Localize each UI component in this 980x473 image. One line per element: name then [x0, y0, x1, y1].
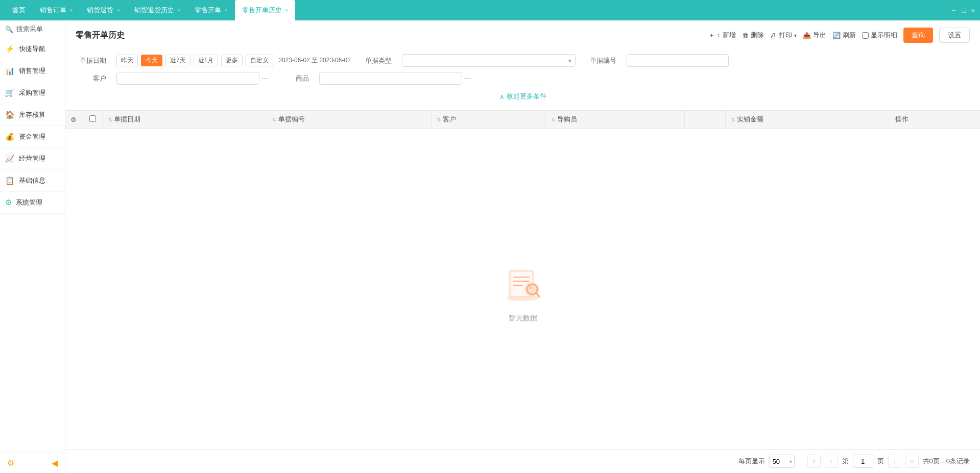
sidebar-search[interactable]: 🔍 搜索采单 — [0, 20, 65, 38]
sort-guide[interactable]: ⇅ 导购员 — [551, 115, 680, 124]
filter-row-2: 客户 ··· 商品 ··· — [76, 72, 970, 85]
date-range-display: 2023-06-02 至 2023-06-02 — [278, 56, 350, 65]
bill-type-wrapper — [402, 54, 576, 67]
page-title: 零售开单历史 — [76, 30, 125, 41]
page-size-select[interactable]: 50 10 20 100 — [769, 455, 795, 468]
prev-page-btn[interactable]: ‹ — [825, 455, 838, 468]
customer-input[interactable] — [116, 72, 259, 85]
sidebar-gear-icon[interactable]: ⚙ — [7, 458, 14, 468]
table-col-amount: ⇅ 实销金额 — [726, 111, 890, 129]
sort-icon-customer: ⇅ — [437, 117, 441, 122]
display-detail-checkbox[interactable]: 显示明细 — [862, 31, 897, 40]
content-area: 零售开单历史 ＋ + 新增 🗑 删除 🖨 打印 ▾ — [65, 20, 980, 473]
customer-filter-label: 客户 — [76, 74, 106, 83]
sidebar-item-finance[interactable]: 💰 资金管理 — [0, 126, 65, 148]
last-page-btn[interactable]: » — [905, 455, 919, 468]
table-col-spacer — [685, 111, 726, 129]
delete-icon: 🗑 — [742, 32, 749, 39]
inventory-icon: 🏠 — [5, 110, 15, 119]
page-size-label: 每页显示 — [738, 457, 765, 466]
setting-button[interactable]: 设置 — [939, 28, 970, 43]
close-tab-retail-history[interactable]: × — [285, 7, 288, 13]
toolbar: ＋ + 新增 🗑 删除 🖨 打印 ▾ 📤 导出 — [708, 28, 970, 43]
close-tab-retail-open[interactable]: × — [224, 7, 227, 13]
export-icon: 📤 — [803, 32, 811, 39]
query-button[interactable]: 查询 — [903, 28, 933, 43]
sidebar-item-sales-mgmt[interactable]: 📊 销售管理 — [0, 60, 65, 82]
table-col-guide: ⇅ 导购员 — [545, 111, 685, 129]
goods-input[interactable] — [319, 72, 462, 85]
tab-retail-open[interactable]: 零售开单 × — [187, 0, 234, 20]
page-number-input[interactable] — [853, 455, 873, 468]
bill-no-input[interactable] — [627, 54, 729, 67]
table-col-settings: ⚙ — [65, 111, 84, 129]
sidebar-item-operations[interactable]: 📈 经营管理 — [0, 148, 65, 170]
pagination: 每页显示 50 10 20 100 « ‹ 第 页 › » 共0页，0条记录 — [65, 449, 980, 473]
close-tab-sales-return[interactable]: × — [116, 7, 119, 13]
bill-no-label: 单据编号 — [586, 56, 616, 65]
bill-type-select[interactable] — [402, 54, 576, 67]
customer-more-icon[interactable]: ··· — [261, 74, 268, 83]
close-tab-sales-return-history[interactable]: × — [177, 7, 180, 13]
window-max[interactable]: □ — [962, 7, 966, 14]
operations-icon: 📈 — [5, 154, 15, 163]
date-filter-label: 单据日期 — [76, 56, 106, 65]
window-close[interactable]: × — [971, 7, 975, 14]
sort-amount[interactable]: ⇅ 实销金额 — [731, 115, 885, 124]
filter-row-1: 单据日期 昨天 今天 近7天 近1月 更多 自定义 2023-06-02 至 2… — [76, 54, 970, 67]
tab-sales-return-history[interactable]: 销货退货历史 × — [127, 0, 187, 20]
sort-icon-no: ⇅ — [272, 117, 276, 122]
date-btn-more[interactable]: 更多 — [221, 55, 243, 66]
window-min[interactable]: － — [950, 6, 957, 15]
export-button[interactable]: 📤 导出 — [803, 31, 826, 40]
main-layout: 🔍 搜索采单 ⚡ 快捷导航 📊 销售管理 🛒 采购管理 🏠 库存核算 💰 资金管… — [0, 20, 980, 473]
sort-date[interactable]: ⇅ 单据日期 — [108, 115, 261, 124]
pagination-divider — [801, 457, 801, 465]
tab-retail-history[interactable]: 零售开单历史 × — [235, 0, 295, 20]
first-page-btn[interactable]: « — [807, 455, 821, 468]
date-filter-options: 昨天 今天 近7天 近1月 更多 自定义 2023-06-02 至 2023-0… — [116, 55, 351, 66]
table-container: ⚙ ⇅ 单据日期 — [65, 111, 980, 473]
bill-type-label: 单据类型 — [361, 56, 392, 65]
quick-nav-icon: ⚡ — [5, 44, 15, 54]
add-button[interactable]: ＋ + 新增 — [708, 31, 736, 40]
page-title-row: 零售开单历史 ＋ + 新增 🗑 删除 🖨 打印 ▾ — [76, 28, 970, 43]
date-btn-custom[interactable]: 自定义 — [246, 55, 273, 66]
table-col-action: 操作 — [890, 111, 980, 129]
date-btn-last7[interactable]: 近7天 — [165, 55, 190, 66]
total-info: 共0页，0条记录 — [923, 457, 970, 466]
tab-sales-return[interactable]: 销货退货 × — [80, 0, 127, 20]
goods-more-icon[interactable]: ··· — [464, 74, 471, 83]
filter-collapse-row[interactable]: ∧ 收起更多条件 — [76, 90, 970, 105]
close-tab-sales-order[interactable]: × — [69, 7, 73, 13]
select-all-checkbox[interactable] — [89, 115, 96, 122]
sidebar-collapse-icon[interactable]: ◀ — [52, 458, 58, 468]
sort-no[interactable]: ⇅ 单据编号 — [272, 115, 426, 124]
next-page-btn[interactable]: › — [888, 455, 901, 468]
table-settings-icon[interactable]: ⚙ — [70, 116, 77, 123]
data-table: ⚙ ⇅ 单据日期 — [65, 111, 980, 129]
refresh-button[interactable]: 🔄 刷新 — [832, 31, 856, 40]
sidebar-item-purchase-mgmt[interactable]: 🛒 采购管理 — [0, 82, 65, 104]
sidebar-item-quick-nav[interactable]: ⚡ 快捷导航 — [0, 38, 65, 60]
sidebar-item-sys-mgmt[interactable]: ⚙ 系统管理 — [0, 192, 65, 214]
date-btn-today[interactable]: 今天 — [141, 55, 162, 66]
top-bar: 首页 销售订单 × 销货退货 × 销货退货历史 × 零售开单 × 零售开单历史 … — [0, 0, 980, 20]
tab-sales-order[interactable]: 销售订单 × — [33, 0, 80, 20]
tab-home[interactable]: 首页 — [5, 0, 33, 20]
table-col-date: ⇅ 单据日期 — [102, 111, 267, 129]
print-button[interactable]: 🖨 打印 ▾ — [770, 31, 797, 40]
sidebar-item-inventory[interactable]: 🏠 库存核算 — [0, 104, 65, 126]
table-col-no: ⇅ 单据编号 — [267, 111, 431, 129]
base-info-icon: 📋 — [5, 176, 15, 185]
sort-customer[interactable]: ⇅ 客户 — [437, 115, 540, 124]
page-suffix-label: 页 — [877, 457, 884, 466]
print-icon: 🖨 — [770, 32, 777, 39]
display-checkbox[interactable] — [862, 32, 869, 39]
page-size-wrapper: 50 10 20 100 — [769, 455, 795, 468]
sort-icon-date: ⇅ — [108, 117, 112, 122]
delete-button[interactable]: 🗑 删除 — [742, 31, 764, 40]
sidebar-item-base-info[interactable]: 📋 基础信息 — [0, 170, 65, 192]
date-btn-yesterday[interactable]: 昨天 — [116, 55, 138, 66]
date-btn-last-month[interactable]: 近1月 — [194, 55, 219, 66]
